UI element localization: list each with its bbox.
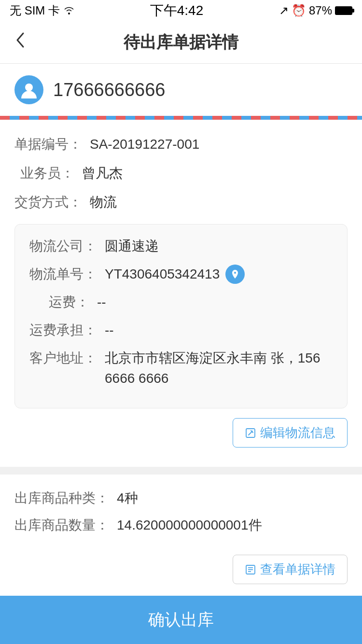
goods-section: 出库商品种类： 4种 出库商品数量： 14.620000000000001件 查…: [0, 475, 362, 603]
page-title: 待出库单据详情: [124, 31, 238, 54]
status-left: 无 SIM 卡: [10, 3, 74, 18]
tracking-label: 物流单号：: [29, 264, 105, 284]
freight-label: 运费：: [29, 292, 97, 312]
tracking-number: YT43064053424​13: [105, 264, 220, 284]
agent-label: 业务员：: [14, 163, 82, 183]
address-label: 客户地址：: [29, 348, 105, 368]
logistics-company-label: 物流公司：: [29, 236, 105, 256]
order-id-value: SA-20191227-001: [90, 134, 348, 154]
customer-card: 17666666666: [0, 64, 362, 116]
edit-logistics-container: 编辑物流信息: [14, 408, 348, 452]
freight-value: --: [97, 292, 333, 312]
goods-quantity-label: 出库商品数量：: [14, 516, 117, 534]
agent-value: 曾凡杰: [82, 163, 348, 183]
location-status-icon: ↗: [279, 4, 289, 17]
freight-bearer-value: --: [105, 320, 333, 340]
address-value: 北京市市辖区海淀区永丰南 张，156 6666 6666: [105, 348, 333, 389]
dashed-divider: [0, 116, 362, 120]
delivery-value: 物流: [90, 192, 348, 212]
track-location-button[interactable]: [225, 265, 245, 284]
view-details-label: 查看单据详情: [260, 561, 335, 578]
confirm-button-bar[interactable]: 确认出库: [0, 596, 362, 644]
wifi-icon: [64, 4, 74, 17]
confirm-button-label: 确认出库: [148, 609, 214, 631]
status-bar: 无 SIM 卡 下午4:42 ↗ ⏰ 87%: [0, 0, 362, 21]
alarm-status-icon: ⏰: [292, 4, 306, 17]
status-right: ↗ ⏰ 87%: [279, 4, 352, 17]
order-info-section: 单据编号： SA-20191227-001 业务员： 曾凡杰 交货方式： 物流 …: [0, 120, 362, 467]
order-id-label: 单据编号：: [14, 134, 90, 154]
goods-quantity-value: 14.620000000000001件: [117, 516, 262, 534]
back-button[interactable]: [14, 31, 26, 53]
carrier-label: 无 SIM 卡: [10, 3, 60, 18]
logistics-card: 物流公司： 圆通速递 物流单号： YT43064053424​13 运费： --: [14, 224, 348, 408]
nav-bar: 待出库单据详情: [0, 21, 362, 64]
freight-bearer-label: 运费承担：: [29, 320, 105, 340]
delivery-row: 交货方式： 物流: [14, 192, 348, 212]
section-separator-1: [0, 467, 362, 475]
freight-bearer-row: 运费承担： --: [29, 320, 333, 340]
content-area: 17666666666 单据编号： SA-20191227-001 业务员： 曾…: [0, 64, 362, 644]
address-row: 客户地址： 北京市市辖区海淀区永丰南 张，156 6666 6666: [29, 348, 333, 389]
delivery-label: 交货方式：: [14, 192, 90, 212]
edit-logistics-button[interactable]: 编辑物流信息: [233, 418, 348, 448]
logistics-company-row: 物流公司： 圆通速递: [29, 236, 333, 256]
battery-percentage: 87%: [309, 4, 332, 17]
goods-types-value: 4种: [117, 489, 138, 507]
tracking-value-row: YT43064053424​13: [105, 264, 245, 284]
status-time: 下午4:42: [150, 1, 204, 20]
order-id-row: 单据编号： SA-20191227-001: [14, 134, 348, 154]
view-details-button[interactable]: 查看单据详情: [233, 555, 348, 584]
goods-types-row: 出库商品种类： 4种: [14, 489, 348, 507]
freight-row: 运费： --: [29, 292, 333, 312]
customer-phone: 17666666666: [53, 80, 165, 100]
goods-types-label: 出库商品种类：: [14, 489, 117, 507]
logistics-company-value: 圆通速递: [105, 236, 333, 256]
goods-quantity-row: 出库商品数量： 14.620000000000001件: [14, 516, 348, 534]
edit-logistics-label: 编辑物流信息: [260, 424, 335, 441]
view-details-container: 查看单据详情: [14, 543, 348, 589]
agent-row: 业务员： 曾凡杰: [14, 163, 348, 183]
tracking-row: 物流单号： YT43064053424​13: [29, 264, 333, 284]
svg-point-0: [25, 84, 33, 91]
avatar: [14, 75, 43, 104]
battery-icon: [335, 6, 352, 15]
